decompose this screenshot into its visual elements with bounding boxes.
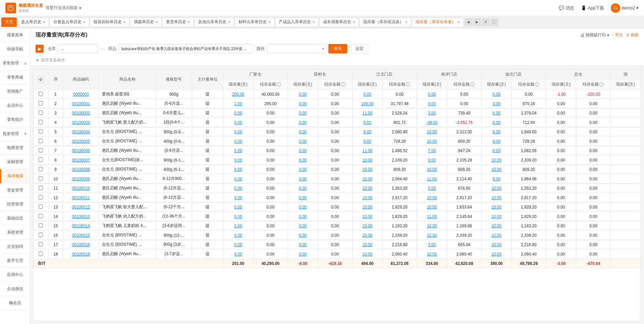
sidebar-item-nav[interactable]: 快捷导航 xyxy=(0,42,30,56)
row-checkbox[interactable] xyxy=(34,108,49,118)
row-checkbox[interactable] xyxy=(34,137,49,146)
row-w1-amt: 0.00 xyxy=(253,221,287,231)
tab-item[interactable]: 组装拆卸单历史 ✕ xyxy=(90,17,129,27)
tab-active[interactable]: 现存量（库存分布表） ✕ xyxy=(412,17,464,27)
row-checkbox[interactable] xyxy=(34,99,49,108)
sidebar-item-marketing[interactable]: 营销推广 xyxy=(0,85,30,99)
tab-close-icon[interactable]: ✕ xyxy=(312,20,315,24)
row-w2-amt: 0.00 xyxy=(318,231,352,240)
row-checkbox[interactable] xyxy=(34,231,49,240)
tab-item[interactable]: 成本调整单历史 ✕ xyxy=(319,17,359,27)
info-icon[interactable]: i xyxy=(535,82,539,87)
tab-next-btn[interactable]: ▶ xyxy=(473,18,481,26)
row-checkbox[interactable] xyxy=(34,165,49,174)
sidebar-item-purchase[interactable]: 采购管理 xyxy=(0,155,30,169)
tab-item[interactable]: 其他出库单历史 ✕ xyxy=(195,17,234,27)
sidebar-item-operations[interactable]: 经营管理 xyxy=(0,197,30,212)
row-checkbox[interactable] xyxy=(34,146,49,155)
tab-close-icon[interactable]: ✕ xyxy=(405,20,408,24)
row-checkbox[interactable] xyxy=(34,240,49,249)
tab-close-icon[interactable]: ✕ xyxy=(83,20,86,24)
sidebar-item-system[interactable]: 系统管理 xyxy=(0,226,30,240)
sidebar-item-wxwork[interactable]: 企业微信 xyxy=(0,282,30,296)
expand-conditions-btn[interactable]: ▼ 展开更多条件 xyxy=(36,56,639,66)
row-checkbox[interactable] xyxy=(34,127,49,137)
tab-item[interactable]: 产成品入库单历史 ✕ xyxy=(275,17,319,27)
row-w3-amt: 801.72 xyxy=(382,118,417,127)
tab-close-icon[interactable]: ✕ xyxy=(457,20,460,24)
tab-close-icon[interactable]: ✕ xyxy=(268,20,271,24)
export-btn[interactable]: ↑ 导出 xyxy=(612,32,623,38)
print-btn[interactable]: 🖨 按模版打印 ▾ xyxy=(580,32,609,38)
color-input[interactable] xyxy=(267,44,327,53)
tab-close-icon[interactable]: ✕ xyxy=(353,20,355,24)
col-mocun-header: 陌村仓 xyxy=(288,70,353,80)
tab-item[interactable]: 调拨单历史 ✕ xyxy=(130,17,162,27)
row-checkbox[interactable] xyxy=(34,118,49,127)
tab-item[interactable]: 分量盘点单历史 ✕ xyxy=(50,17,89,27)
tab-item[interactable]: 要货单历史 ✕ xyxy=(162,17,194,27)
row-w1-qty: 1.00 xyxy=(223,99,253,108)
sidebar-item-wholesale[interactable]: 批发管理 ▼ xyxy=(0,127,30,141)
industry-selector[interactable]: 母婴行业演示陈套 ▾ xyxy=(46,5,81,11)
tab-item[interactable]: 盘点单历史 ✕ xyxy=(17,17,49,27)
settings-button[interactable]: 设置 xyxy=(351,44,368,53)
sidebar-item-member2[interactable]: 畅会员 xyxy=(0,296,30,310)
row-code: 00100011 xyxy=(63,193,99,202)
row-checkbox[interactable] xyxy=(34,184,49,193)
tab-close-icon[interactable]: ✕ xyxy=(43,20,45,24)
sidebar-item-retail-stat[interactable]: 零售统计 xyxy=(0,113,30,127)
tab-close-icon[interactable]: ✕ xyxy=(228,20,230,24)
sidebar-item-retail-mgmt[interactable]: 零售管理 ▲ xyxy=(0,56,30,71)
sidebar-item-search[interactable]: 搜索英单 xyxy=(0,28,30,42)
row-checkbox[interactable] xyxy=(34,193,49,202)
tab-item[interactable]: 现存量（库存状况表） ✕ xyxy=(360,17,411,27)
col-yubei-header: 渝北门店 xyxy=(481,70,546,80)
sidebar-item-retail-mall[interactable]: 零售商城 xyxy=(0,71,30,85)
row-checkbox[interactable] xyxy=(34,202,49,212)
user-avatar[interactable]: Ea demo2 ▾ xyxy=(611,3,639,13)
warehouse-input[interactable] xyxy=(58,44,98,53)
row-extra xyxy=(610,118,641,127)
message-btn[interactable]: 💬 消息 xyxy=(559,5,574,11)
tab-expand-btn[interactable]: ⛶ xyxy=(490,18,498,26)
sidebar-item-ecom[interactable]: 电商管理 xyxy=(0,141,30,155)
row-w3-qty: 10.00 xyxy=(352,155,382,165)
info-icon[interactable]: i xyxy=(341,82,345,87)
info-icon[interactable]: i xyxy=(470,82,475,87)
search-button[interactable]: 查询 xyxy=(328,44,347,53)
sidebar-item-finance[interactable]: 资金管理 xyxy=(0,183,30,197)
tab-prev-btn[interactable]: ◀ xyxy=(464,18,472,26)
app-download-btn[interactable]: 📱 App下载 xyxy=(581,5,604,11)
tab-close-icon[interactable]: ✕ xyxy=(123,20,126,24)
sidebar-item-guide[interactable]: 新手引导 xyxy=(0,254,30,268)
row-checkbox[interactable] xyxy=(34,90,49,99)
refresh-btn[interactable]: ↺ 刷新 xyxy=(626,32,639,38)
tab-close-icon[interactable]: ✕ xyxy=(187,20,190,24)
row-checkbox[interactable] xyxy=(34,212,49,221)
row-t-amt: 0.00 xyxy=(576,174,610,184)
sidebar-item-inventory[interactable]: 库存核算 xyxy=(0,169,30,183)
info-icon[interactable]: i xyxy=(599,82,604,87)
row-checkbox[interactable] xyxy=(34,221,49,231)
sidebar-item-basic[interactable]: 基础信息 xyxy=(0,212,30,226)
row-checkbox[interactable] xyxy=(34,249,49,259)
tab-item[interactable]: 材料出库单历史 ✕ xyxy=(235,17,274,27)
row-checkbox[interactable] xyxy=(34,155,49,165)
tab-close-icon[interactable]: ✕ xyxy=(155,20,158,24)
sidebar-item-apps[interactable]: 应用中心 xyxy=(0,268,30,282)
tab-close-all-btn[interactable]: ✕ xyxy=(482,18,490,26)
info-icon[interactable]: i xyxy=(406,82,410,87)
sidebar-item-collab[interactable]: 企业协同 xyxy=(0,240,30,254)
row-unit: 提 xyxy=(192,90,223,99)
filter-expand-btn[interactable]: ▶ xyxy=(36,45,44,53)
info-icon[interactable]: i xyxy=(277,82,281,87)
goods-input[interactable] xyxy=(118,44,253,53)
row-w2-amt: 0.00 xyxy=(318,165,352,174)
table-row: 12 00100011 惠氏启醒 (Wyeth illu... (6-12月适.… xyxy=(34,193,641,202)
tab-home[interactable]: 首页 xyxy=(1,17,17,27)
row-checkbox[interactable] xyxy=(34,174,49,184)
table-settings-icon[interactable]: ⚙ xyxy=(38,76,44,83)
sidebar-item-member[interactable]: 会员中心 xyxy=(0,99,30,113)
row-code: 00100006 xyxy=(63,146,99,155)
